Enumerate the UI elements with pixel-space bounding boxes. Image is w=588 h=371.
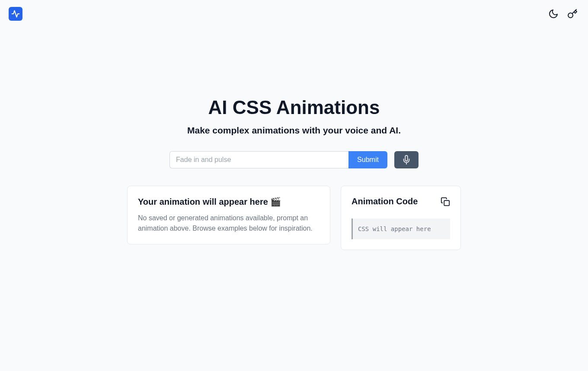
code-card: Animation Code CSS will appear here (341, 186, 461, 250)
input-row: Submit (169, 151, 419, 168)
submit-button[interactable]: Submit (348, 151, 387, 168)
page-title: AI CSS Animations (208, 97, 380, 118)
code-card-title: Animation Code (352, 197, 418, 206)
prompt-input[interactable] (169, 151, 348, 168)
preview-card-description: No saved or generated animations availab… (138, 213, 320, 234)
copy-icon (441, 197, 450, 206)
key-icon (567, 9, 578, 19)
code-card-header: Animation Code (352, 197, 450, 206)
logo[interactable] (9, 7, 22, 21)
activity-icon (11, 10, 20, 18)
microphone-icon (402, 155, 411, 165)
input-group: Submit (169, 151, 387, 168)
preview-card: Your animation will appear here 🎬 No sav… (127, 186, 330, 244)
copy-code-button[interactable] (441, 197, 450, 206)
header (0, 0, 588, 28)
moon-icon (548, 9, 559, 19)
header-icons (546, 7, 579, 21)
theme-toggle-button[interactable] (546, 7, 560, 21)
cards-row: Your animation will appear here 🎬 No sav… (127, 186, 461, 250)
main-container: AI CSS Animations Make complex animation… (0, 28, 588, 250)
preview-card-title: Your animation will appear here 🎬 (138, 197, 320, 207)
voice-input-button[interactable] (394, 151, 419, 168)
svg-rect-1 (444, 200, 449, 206)
page-subtitle: Make complex animations with your voice … (187, 125, 401, 136)
api-key-button[interactable] (566, 7, 579, 21)
code-output: CSS will appear here (352, 219, 450, 239)
